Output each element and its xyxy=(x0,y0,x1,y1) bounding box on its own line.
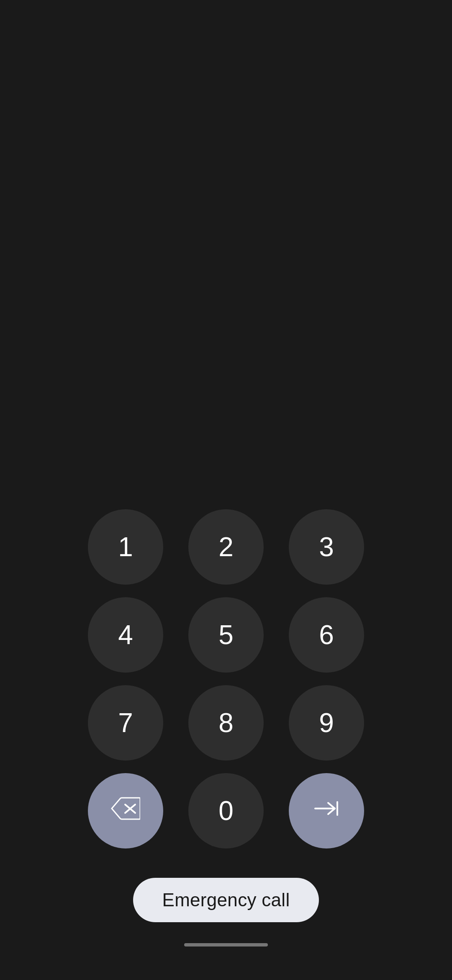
tab-button[interactable] xyxy=(289,773,364,848)
key-1[interactable]: 1 xyxy=(88,509,163,585)
key-2[interactable]: 2 xyxy=(188,509,264,585)
key-8[interactable]: 8 xyxy=(188,685,264,761)
key-9[interactable]: 9 xyxy=(289,685,364,761)
keypad-row-1: 1 2 3 xyxy=(88,509,364,585)
home-indicator xyxy=(184,943,268,946)
tab-icon xyxy=(313,797,340,825)
keypad-row-4: 0 xyxy=(88,773,364,848)
key-4[interactable]: 4 xyxy=(88,597,163,673)
keypad-row-2: 4 5 6 xyxy=(88,597,364,673)
keypad-container: 1 2 3 4 5 6 7 8 9 0 xyxy=(88,509,364,848)
backspace-icon xyxy=(111,797,140,825)
key-7[interactable]: 7 xyxy=(88,685,163,761)
key-3[interactable]: 3 xyxy=(289,509,364,585)
keypad-row-3: 7 8 9 xyxy=(88,685,364,761)
key-5[interactable]: 5 xyxy=(188,597,264,673)
key-0[interactable]: 0 xyxy=(188,773,264,848)
emergency-call-button[interactable]: Emergency call xyxy=(133,878,319,922)
key-6[interactable]: 6 xyxy=(289,597,364,673)
backspace-button[interactable] xyxy=(88,773,163,848)
